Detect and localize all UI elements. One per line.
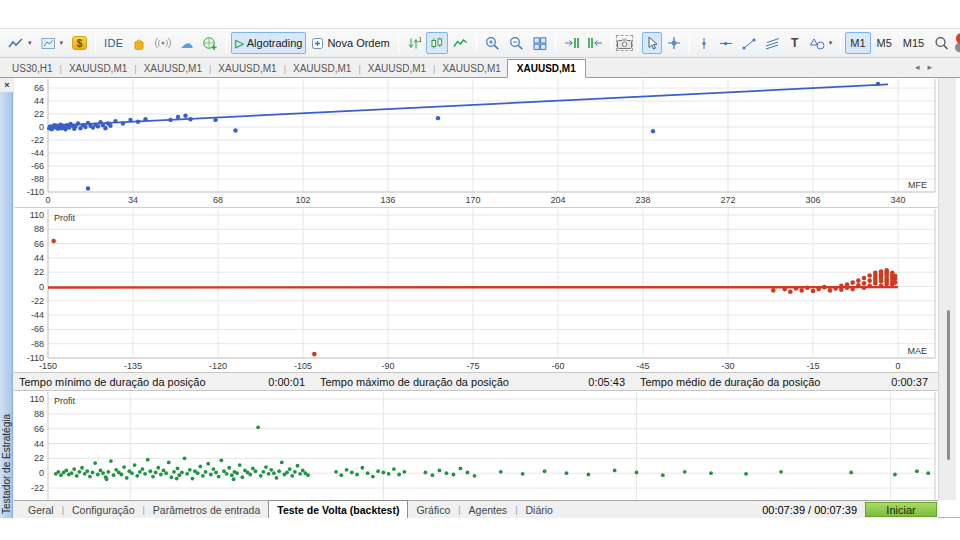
svg-text:44: 44: [34, 439, 44, 449]
vertical-line-tool-button[interactable]: [694, 32, 714, 54]
svg-text:68: 68: [213, 195, 223, 205]
tab-scroll-left-icon[interactable]: ◂: [915, 62, 920, 72]
shapes-tool-button[interactable]: ▾: [806, 32, 837, 54]
text-tool-button[interactable]: T: [785, 32, 805, 54]
text-tool-icon: T: [791, 36, 798, 50]
play-icon: ▷: [235, 38, 243, 49]
chart-tab-xauusd-m1-6[interactable]: XAUUSD,M1: [436, 60, 506, 77]
svg-text:-135: -135: [124, 361, 142, 371]
channel-tool-button[interactable]: [761, 32, 784, 54]
algotrading-button[interactable]: ▷ Algotrading: [231, 32, 306, 54]
svg-text:-110: -110: [27, 187, 44, 197]
ide-label: IDE: [104, 37, 123, 49]
trendline-tool-button[interactable]: [738, 32, 760, 54]
cursor-tool-button[interactable]: [642, 32, 662, 54]
svg-text:340: 340: [890, 195, 905, 205]
chart-tab-xauusd-m1-7[interactable]: XAUUSD,M1: [507, 59, 586, 78]
tile-windows-button[interactable]: [529, 32, 551, 54]
camera-icon: [617, 38, 632, 49]
timeframe-m1-button[interactable]: M1: [845, 32, 870, 54]
backtest-time: 00:07:39 / 00:07:39: [762, 504, 865, 516]
svg-text:44: 44: [34, 253, 44, 263]
svg-text:102: 102: [295, 195, 310, 205]
tester-tab-gr-fico-4[interactable]: Gráfico: [408, 502, 458, 518]
start-button[interactable]: Iniciar: [865, 502, 937, 517]
chart-profile-icon: [41, 37, 56, 50]
cursor-icon: [646, 36, 658, 50]
tester-tab-teste-de-volta-backtest-3[interactable]: Teste de Volta (backtest): [268, 500, 408, 518]
crosshair-tool-button[interactable]: [663, 32, 685, 54]
toolbar-separator: [226, 33, 227, 53]
zigzag-line-icon: [453, 37, 468, 50]
community-button[interactable]: [198, 32, 222, 54]
zoom-in-button[interactable]: [481, 32, 504, 54]
tab-scroll-nav: ◂ ▸: [915, 57, 932, 77]
svg-text:22: 22: [34, 109, 44, 119]
svg-text:-44: -44: [31, 310, 44, 320]
horizontal-line-tool-button[interactable]: [715, 32, 737, 54]
signals-button[interactable]: [151, 32, 175, 54]
vertical-scrollbar[interactable]: [938, 78, 956, 500]
profit-chart: 110886644220-22Profit: [14, 391, 938, 500]
mae-chart: 110886644220-22-44-66-88-110-150-135-120…: [14, 207, 938, 372]
notifications-button[interactable]: 1: [954, 33, 960, 53]
timeframe-m15-button[interactable]: M15: [898, 32, 929, 54]
chart-shift-button[interactable]: [584, 32, 607, 54]
svg-text:-90: -90: [381, 361, 394, 371]
tester-tab-configura-o-1[interactable]: Configuração: [64, 502, 142, 518]
chart-tab-xauusd-m1-5[interactable]: XAUUSD,M1: [362, 60, 432, 77]
mfe-chart: 6644220-22-44-66-88-11003468102136170204…: [14, 78, 938, 207]
screenshot-button[interactable]: [616, 35, 633, 51]
timeframe-m5-button[interactable]: M5: [872, 32, 897, 54]
chart-profile-button[interactable]: ▾: [37, 32, 68, 54]
tester-tab-geral-0[interactable]: Geral: [20, 502, 62, 518]
new-chart-button[interactable]: ▾: [4, 32, 36, 54]
market-watch-button[interactable]: $: [68, 32, 91, 54]
svg-text:-22: -22: [31, 483, 44, 493]
tester-title-strip: Testador de Estratégia: [0, 92, 13, 518]
notification-badge: 1: [956, 33, 960, 44]
candlestick-icon: [430, 37, 444, 50]
svg-text:-22: -22: [31, 296, 44, 306]
auto-scroll-button[interactable]: [560, 32, 583, 54]
svg-text:-22: -22: [31, 135, 44, 145]
market-store-button[interactable]: [128, 32, 150, 54]
tester-tab-agentes-5[interactable]: Agentes: [461, 502, 516, 518]
stat-label: Tempo mínimo de duração da posição: [19, 376, 206, 388]
chart-tab-list: US30,H1|XAUUSD,M1|XAUUSD,M1|XAUUSD,M1|XA…: [6, 57, 586, 77]
svg-text:-105: -105: [294, 361, 312, 371]
svg-text:204: 204: [550, 195, 565, 205]
candlestick-style-button[interactable]: [426, 32, 448, 54]
chart-tab-xauusd-m1-3[interactable]: XAUUSD,M1: [212, 60, 282, 77]
new-order-icon: [311, 37, 324, 50]
svg-text:22: 22: [34, 453, 44, 463]
tester-panel-title: Testador de Estratégia: [1, 414, 12, 514]
tester-tab-par-metros-de-entrada-2[interactable]: Parâmetros de entrada: [145, 502, 268, 518]
search-button[interactable]: [930, 32, 953, 54]
stat-value: 0:00:01: [268, 376, 305, 388]
chart-shift-icon: [588, 37, 603, 49]
cloud-icon: ☁: [180, 37, 193, 50]
new-order-button[interactable]: Nova Ordem: [307, 32, 393, 54]
toolbar-separator: [611, 33, 612, 53]
cloud-button[interactable]: ☁: [176, 32, 197, 54]
chart-tab-xauusd-m1-2[interactable]: XAUUSD,M1: [138, 60, 208, 77]
stat-label: Tempo máximo de duração da posição: [320, 376, 509, 388]
tester-tab-di-rio-6[interactable]: Diário: [517, 502, 560, 518]
toolbar-separator: [398, 33, 399, 53]
chart-tab-xauusd-m1-4[interactable]: XAUUSD,M1: [287, 60, 357, 77]
chart-tab-xauusd-m1-1[interactable]: XAUUSD,M1: [63, 60, 133, 77]
duration-stats-bar: Tempo mínimo de duração da posição0:00:0…: [14, 372, 938, 391]
scrollbar-thumb[interactable]: [947, 310, 950, 460]
chart-tab-us30-h1-0[interactable]: US30,H1: [6, 60, 59, 77]
close-icon[interactable]: ×: [0, 78, 14, 92]
algotrading-label: Algotrading: [247, 37, 303, 49]
zoom-out-button[interactable]: [505, 32, 528, 54]
line-chart-style-button[interactable]: [449, 32, 472, 54]
tab-scroll-right-icon[interactable]: ▸: [927, 62, 932, 72]
bar-chart-style-button[interactable]: 1: [403, 32, 425, 54]
trendline-icon: [742, 37, 756, 50]
shapes-icon: [810, 37, 825, 50]
ide-button[interactable]: IDE: [100, 32, 127, 54]
mae-chart-canvas: 110886644220-22-44-66-88-110-150-135-120…: [14, 208, 938, 372]
